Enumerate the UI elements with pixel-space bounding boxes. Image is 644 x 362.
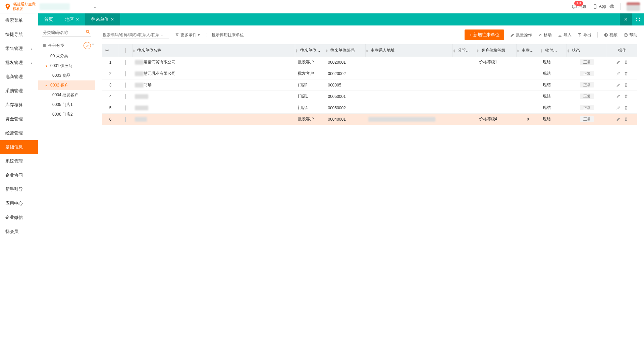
sidebar-item[interactable]: 搜索菜单 xyxy=(0,13,38,27)
pencil-icon xyxy=(616,94,621,99)
row-checkbox[interactable] xyxy=(125,94,126,99)
pencil-icon xyxy=(510,33,515,37)
delete-row-button[interactable] xyxy=(624,71,628,76)
column-header[interactable]: ▴▾ 分管… xyxy=(453,44,476,57)
more-filters-button[interactable]: 更多条件▾ xyxy=(175,32,200,38)
sidebar-item[interactable]: 新手引导 xyxy=(0,182,38,196)
sidebar-item[interactable]: 经营管理 xyxy=(0,126,38,140)
tab[interactable]: 往来单位✕ xyxy=(85,13,120,25)
tab[interactable]: 地区✕ xyxy=(59,13,85,25)
sidebar-item[interactable]: 系统管理 xyxy=(0,154,38,168)
fullscreen-icon xyxy=(636,17,640,22)
fullscreen-button[interactable] xyxy=(632,13,644,25)
sidebar-item[interactable]: 电商管理 xyxy=(0,70,38,84)
pencil-icon xyxy=(616,106,621,110)
edit-row-button[interactable] xyxy=(616,60,621,64)
tree-node[interactable]: 0004 批发客户 xyxy=(38,90,95,100)
row-checkbox[interactable] xyxy=(125,105,126,111)
delete-row-button[interactable] xyxy=(624,94,628,99)
edit-category-button[interactable] xyxy=(84,42,91,49)
org-selector-blurred[interactable] xyxy=(40,3,70,10)
mobile-icon xyxy=(592,4,598,9)
batch-action-button[interactable]: 批量操作 xyxy=(510,32,532,38)
select-all-checkbox[interactable] xyxy=(119,44,132,57)
search-icon[interactable] xyxy=(86,29,90,34)
sidebar-item[interactable]: 库存核算 xyxy=(0,98,38,112)
column-header[interactable]: ▴▾ 主联系人地址 xyxy=(366,44,453,57)
tree-node[interactable]: 0005 门店1 xyxy=(38,100,95,110)
column-header[interactable]: ▴▾ 状态 xyxy=(567,44,607,57)
sidebar-item[interactable]: 企业协同 xyxy=(0,168,38,182)
close-icon[interactable]: ✕ xyxy=(111,17,114,22)
delete-row-button[interactable] xyxy=(624,117,628,121)
edit-row-button[interactable] xyxy=(616,106,621,110)
close-icon xyxy=(624,17,628,22)
tree-search-input[interactable] xyxy=(42,29,91,37)
main-search-input[interactable] xyxy=(102,31,169,39)
table-row[interactable]: 3 商场 门店1 000005 现结 正常 xyxy=(102,79,637,91)
sidebar-item[interactable]: 零售管理▸ xyxy=(0,42,38,56)
sidebar-item[interactable]: 资金管理 xyxy=(0,112,38,126)
gear-column[interactable] xyxy=(102,44,119,57)
row-checkbox[interactable] xyxy=(125,117,126,122)
column-header[interactable]: ▴▾ 往来单位… xyxy=(295,44,325,57)
sidebar-item[interactable]: 批发管理▸ xyxy=(0,56,38,70)
avatar[interactable] xyxy=(627,2,640,11)
chevron-down-icon[interactable]: ⌄ xyxy=(93,4,97,9)
help-button[interactable]: 帮助 xyxy=(624,32,637,38)
tree-node[interactable]: ▾0001 供应商 xyxy=(38,61,95,71)
table-row[interactable]: 1 裹倩商贸有限公司 批发客户 00020001 价格等级1 现结 正常 xyxy=(102,57,637,68)
import-icon xyxy=(558,33,562,37)
column-header[interactable]: ▴▾ 主联… xyxy=(517,44,540,57)
column-header[interactable]: ▴▾ 往来单位编码 xyxy=(325,44,366,57)
tree-node[interactable]: 0003 食品 xyxy=(38,71,95,80)
export-button[interactable]: 导出 xyxy=(578,32,591,38)
sidebar-item[interactable]: 应用中心 xyxy=(0,196,38,210)
trash-icon xyxy=(624,71,628,76)
main-sidebar: 搜索菜单快捷导航零售管理▸批发管理▸电商管理采购管理库存核算资金管理经营管理基础… xyxy=(0,13,38,362)
sidebar-item[interactable]: 畅会员 xyxy=(0,225,38,239)
table-row[interactable]: 2 慧元乳业有限公司 批发客户 00020002 现结 正常 xyxy=(102,68,637,79)
video-button[interactable]: 视频 xyxy=(604,32,618,38)
import-button[interactable]: 导入 xyxy=(558,32,572,38)
table-row[interactable]: 6 批发客户 00040001 价格等级4 X 现结 正常 xyxy=(102,114,637,125)
edit-row-button[interactable] xyxy=(616,83,621,87)
close-icon[interactable]: ✕ xyxy=(76,17,79,22)
delete-row-button[interactable] xyxy=(624,83,628,87)
row-checkbox[interactable] xyxy=(125,71,126,76)
column-header[interactable]: ▴▾ 往来单位名称 xyxy=(132,44,295,57)
checkbox-icon xyxy=(206,33,210,37)
row-checkbox[interactable] xyxy=(125,82,126,88)
tree-node[interactable]: ▸0002 客户 xyxy=(38,80,95,90)
sidebar-item[interactable]: 基础信息 xyxy=(0,140,38,154)
app-download-button[interactable]: App下载 xyxy=(592,4,614,9)
column-header[interactable]: ▴▾ 客户价格等级 xyxy=(476,44,517,57)
collapse-tree-button[interactable]: « xyxy=(92,42,94,47)
delete-row-button[interactable] xyxy=(624,106,628,110)
row-checkbox[interactable] xyxy=(125,60,126,65)
content-area: 全部分类 « 00 未分类▾0001 供应商0003 食品▸0002 客户000… xyxy=(38,25,644,362)
tab[interactable]: 首页 xyxy=(38,13,59,25)
data-table: ▴▾ 往来单位名称▴▾ 往来单位…▴▾ 往来单位编码▴▾ 主联系人地址▴▾ 分管… xyxy=(102,44,637,362)
column-header[interactable]: 操作 xyxy=(607,44,637,57)
delete-row-button[interactable] xyxy=(624,60,628,64)
edit-row-button[interactable] xyxy=(616,117,621,121)
main-panel: 更多条件▾ 显示停用往来单位 + 新增往来单位 批量操作 移动 导入 xyxy=(95,25,644,362)
tree-node[interactable]: 00 未分类 xyxy=(38,51,95,61)
svg-point-2 xyxy=(595,8,595,8)
close-tab-button[interactable] xyxy=(620,13,632,25)
sidebar-item[interactable]: 快捷导航 xyxy=(0,27,38,42)
tree-node[interactable]: 0006 门店2 xyxy=(38,110,95,119)
move-button[interactable]: 移动 xyxy=(538,32,552,38)
table-row[interactable]: 5 门店1 00050002 现结 正常 xyxy=(102,102,637,114)
tree-root[interactable]: 全部分类 xyxy=(38,40,95,51)
edit-row-button[interactable] xyxy=(616,71,621,76)
table-row[interactable]: 4 门店1 00050001 现结 正常 xyxy=(102,91,637,102)
messages-button[interactable]: 99+ 消息 xyxy=(572,4,586,9)
show-disabled-checkbox[interactable]: 显示停用往来单位 xyxy=(206,32,244,38)
sidebar-item[interactable]: 采购管理 xyxy=(0,84,38,98)
sidebar-item[interactable]: 企业微信 xyxy=(0,210,38,225)
add-unit-button[interactable]: + 新增往来单位 xyxy=(465,29,504,40)
column-header[interactable]: ▴▾ 收付… xyxy=(540,44,567,57)
edit-row-button[interactable] xyxy=(616,94,621,99)
